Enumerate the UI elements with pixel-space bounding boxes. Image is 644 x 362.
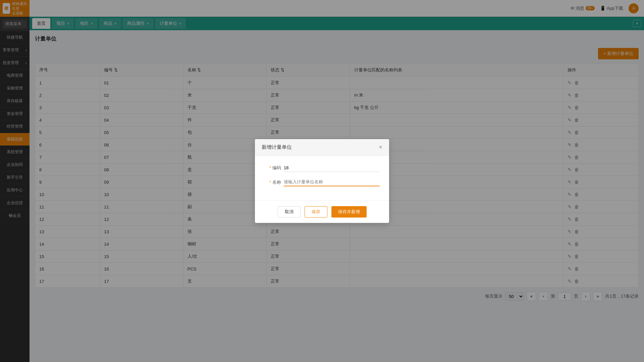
modal-close-button[interactable]: × [379,144,382,151]
modal-title: 新增计量单位 [262,144,292,150]
name-input[interactable] [284,178,380,186]
name-form-row: 名称 [264,178,380,186]
modal-header: 新增计量单位 × [255,139,389,156]
code-input[interactable] [284,164,380,172]
name-label: 名称 [264,179,281,185]
code-label: 编码 [264,165,281,171]
modal-overlay[interactable]: 新增计量单位 × 编码 名称 取消 保存 保存并新增 [0,0,644,362]
save-and-new-button[interactable]: 保存并新增 [331,206,367,218]
modal-body: 编码 名称 [255,156,389,200]
code-form-row: 编码 [264,164,380,172]
cancel-button[interactable]: 取消 [278,206,301,218]
save-button[interactable]: 保存 [305,206,327,218]
modal-footer: 取消 保存 保存并新增 [255,200,389,223]
add-measure-unit-modal: 新增计量单位 × 编码 名称 取消 保存 保存并新增 [255,139,389,223]
